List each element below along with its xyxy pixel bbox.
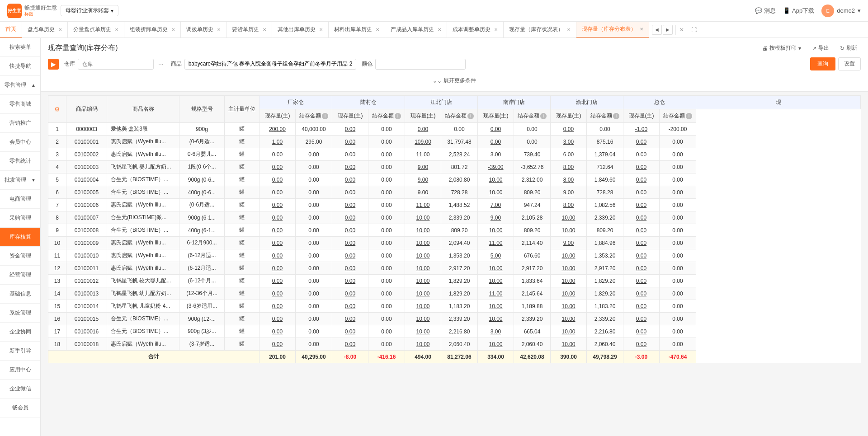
export-btn[interactable]: ↗ 导出 bbox=[808, 42, 833, 54]
tab-6[interactable]: 其他出库单历史 ✕ bbox=[272, 22, 329, 38]
tab-8[interactable]: 产成品入库单历史 ✕ bbox=[385, 22, 447, 38]
data-table: ⚙ 商品编码 商品名称 规格型号 主计量单位 厂家仓 陆村仓 江北门店 南岸门店… bbox=[48, 95, 861, 363]
logo-area: 好生意 畅捷通好生意 标图 bbox=[7, 4, 57, 18]
sidebar-item-operations[interactable]: 经营管理 bbox=[0, 266, 40, 285]
sidebar-item-enterprise[interactable]: 企业协同 bbox=[0, 323, 40, 342]
nav-next[interactable]: ▶ bbox=[663, 25, 673, 35]
info-icon[interactable]: i bbox=[613, 113, 619, 119]
table-row: 800100007合生元(BIOSTIME)派...900g (6-1...罐0… bbox=[48, 211, 861, 224]
table-row: 1800100018惠氏启赋（Wyeth illu...(3-7岁适...罐0.… bbox=[48, 338, 861, 351]
col-w6-amt: 结存金额i bbox=[660, 109, 696, 123]
sidebar-item-retail[interactable]: 零售管理▲ bbox=[0, 76, 40, 95]
info-icon[interactable]: i bbox=[467, 113, 474, 119]
sidebar-item-appcenter[interactable]: 应用中心 bbox=[0, 361, 40, 380]
table-row: 10000003爱他美 盒装3段900g罐200.0040,000.000.00… bbox=[48, 123, 861, 136]
print-btn[interactable]: 🖨 按模板打印 ▾ bbox=[759, 42, 805, 54]
close-icon[interactable]: ✕ bbox=[217, 27, 221, 32]
close-icon[interactable]: ✕ bbox=[263, 27, 266, 32]
info-icon[interactable]: i bbox=[395, 113, 401, 119]
sidebar-item-finance[interactable]: 资金管理 bbox=[0, 247, 40, 266]
warehouse-dots[interactable]: ··· bbox=[156, 61, 165, 68]
col-w2-qty: 现存量(主) bbox=[332, 109, 368, 123]
tab-home[interactable]: 首页 bbox=[0, 22, 22, 38]
sidebar-item-retailstat[interactable]: 零售统计 bbox=[0, 152, 40, 171]
tab-2[interactable]: 分量盘点单历史 ✕ bbox=[68, 22, 124, 38]
expand-btn[interactable]: ⌄⌄ 展开更多条件 bbox=[429, 75, 480, 86]
message-btn[interactable]: 💬 消息 bbox=[755, 7, 776, 15]
app-icon: 📱 bbox=[783, 7, 790, 14]
refresh-btn[interactable]: ↻ 刷新 bbox=[836, 42, 861, 54]
tab-1[interactable]: 盘点单历史 ✕ bbox=[22, 22, 68, 38]
main-layout: 搜索英单 快捷导航 零售管理▲ 零售商城 营销推广 会员中心 零售统计 批发管理… bbox=[0, 38, 868, 436]
close-icon[interactable]: ✕ bbox=[438, 27, 441, 32]
user-menu[interactable]: E demo2 ▾ bbox=[821, 5, 861, 17]
goods-filter: 商品 bbox=[171, 59, 356, 70]
chevron-down-icon: ⌄⌄ bbox=[433, 78, 442, 84]
close-icon[interactable]: ✕ bbox=[115, 27, 118, 32]
col-header-w4: 南岸门店 bbox=[478, 96, 551, 109]
sidebar-item-purchase[interactable]: 采购管理 bbox=[0, 209, 40, 228]
tab-3[interactable]: 组装折卸单历史 ✕ bbox=[124, 22, 181, 38]
close-icon[interactable]: ✕ bbox=[567, 27, 571, 32]
sidebar-item-wholesale[interactable]: 批发管理▼ bbox=[0, 171, 40, 190]
close-icon[interactable]: ✕ bbox=[640, 27, 643, 32]
table-row: 200100001惠氏启赋（Wyeth illu...(0-6月适...罐1.0… bbox=[48, 136, 861, 148]
nav-prev[interactable]: ◀ bbox=[652, 25, 662, 35]
tab-9[interactable]: 成本调整单历史 ✕ bbox=[447, 22, 504, 38]
sidebar-item-marketing[interactable]: 营销推广 bbox=[0, 114, 40, 133]
info-icon[interactable]: i bbox=[322, 113, 328, 119]
table-row: 500100004合生元（BIOSTIME）...900g (0-6...罐0.… bbox=[48, 173, 861, 186]
sidebar-item-mall[interactable]: 零售商城 bbox=[0, 95, 40, 114]
sidebar-item-system[interactable]: 系统管理 bbox=[0, 304, 40, 323]
col-header-w2: 陆村仓 bbox=[332, 96, 405, 109]
close-icon[interactable]: ✕ bbox=[171, 27, 175, 32]
goods-input[interactable] bbox=[184, 59, 356, 70]
info-icon[interactable]: i bbox=[540, 113, 547, 119]
settings-btn[interactable]: 设置 bbox=[838, 57, 861, 70]
tab-4[interactable]: 调拨单历史 ✕ bbox=[181, 22, 226, 38]
page-header: 现存量查询(库存分布) 🖨 按模板打印 ▾ ↗ 导出 ↻ bbox=[41, 38, 868, 91]
close-icon[interactable]: ✕ bbox=[319, 27, 323, 32]
logo-icon: 好生意 bbox=[7, 4, 22, 18]
sidebar-item-changhui[interactable]: 畅会员 bbox=[0, 398, 40, 417]
col-header-name: 商品名称 bbox=[107, 96, 179, 123]
sidebar-item-search[interactable]: 搜索英单 bbox=[0, 38, 40, 57]
sidebar-item-basic[interactable]: 基础信息 bbox=[0, 285, 40, 304]
sidebar-item-ecommerce[interactable]: 电商管理 bbox=[0, 190, 40, 209]
col-header-unit: 主计量单位 bbox=[225, 96, 259, 123]
content: 现存量查询(库存分布) 🖨 按模板打印 ▾ ↗ 导出 ↻ bbox=[41, 38, 868, 436]
color-input[interactable] bbox=[375, 59, 466, 70]
close-icon[interactable]: ✕ bbox=[376, 27, 379, 32]
expand-arrow[interactable]: ▶ bbox=[48, 59, 59, 70]
info-icon[interactable]: i bbox=[686, 113, 692, 119]
tab-5[interactable]: 要货单历史 ✕ bbox=[226, 22, 272, 38]
query-btn[interactable]: 查询 bbox=[810, 57, 835, 70]
app-download-btn[interactable]: 📱 App下载 bbox=[783, 7, 814, 15]
close-icon[interactable]: ✕ bbox=[494, 27, 498, 32]
tab-10[interactable]: 现存量（库存状况表） ✕ bbox=[504, 22, 576, 38]
table-row: 1400100013飞鹤星飞帆 幼儿配方奶...(12-36个月...罐0.00… bbox=[48, 287, 861, 300]
tab-7[interactable]: 材料出库单历史 ✕ bbox=[329, 22, 385, 38]
table-row: 1600100015合生元（BIOSTIME）...900g (12-...罐0… bbox=[48, 313, 861, 325]
sidebar-item-nav[interactable]: 快捷导航 bbox=[0, 57, 40, 76]
col-w4-qty: 现存量(主) bbox=[478, 109, 514, 123]
tab-11[interactable]: 现存量（库存分布表） ✕ bbox=[576, 22, 649, 38]
printer-icon: 🖨 bbox=[762, 45, 768, 52]
sidebar-item-guide[interactable]: 新手引导 bbox=[0, 342, 40, 361]
sidebar-item-member[interactable]: 会员中心 bbox=[0, 133, 40, 152]
table-row: 900100008合生元（BIOSTIME）...400g (6-1...罐0.… bbox=[48, 224, 861, 237]
col-w5-qty: 现存量(主) bbox=[551, 109, 587, 123]
col-header-spec: 规格型号 bbox=[179, 96, 225, 123]
table-row: 1700100016合生元（BIOSTIME）...900g (3岁...罐0.… bbox=[48, 325, 861, 338]
nav-close-all[interactable]: ✕ bbox=[676, 27, 688, 33]
industry-selector[interactable]: 母婴行业演示账套 ▾ bbox=[61, 5, 118, 16]
table-row: 1200100011惠氏启赋（Wyeth illu...(6-12月适...罐0… bbox=[48, 262, 861, 275]
page-actions: 🖨 按模板打印 ▾ ↗ 导出 ↻ 刷新 bbox=[759, 42, 861, 54]
close-icon[interactable]: ✕ bbox=[58, 27, 62, 32]
table-row: 1000100009惠氏启赋（Wyeth illu...6-12月900...罐… bbox=[48, 237, 861, 249]
top-bar-right: 💬 消息 📱 App下载 E demo2 ▾ bbox=[755, 5, 861, 17]
sidebar-item-inventory[interactable]: 库存核算 bbox=[0, 228, 40, 247]
warehouse-input[interactable] bbox=[78, 59, 154, 70]
nav-expand[interactable]: ⛶ bbox=[688, 27, 700, 33]
sidebar-item-wechat[interactable]: 企业微信 bbox=[0, 380, 40, 398]
